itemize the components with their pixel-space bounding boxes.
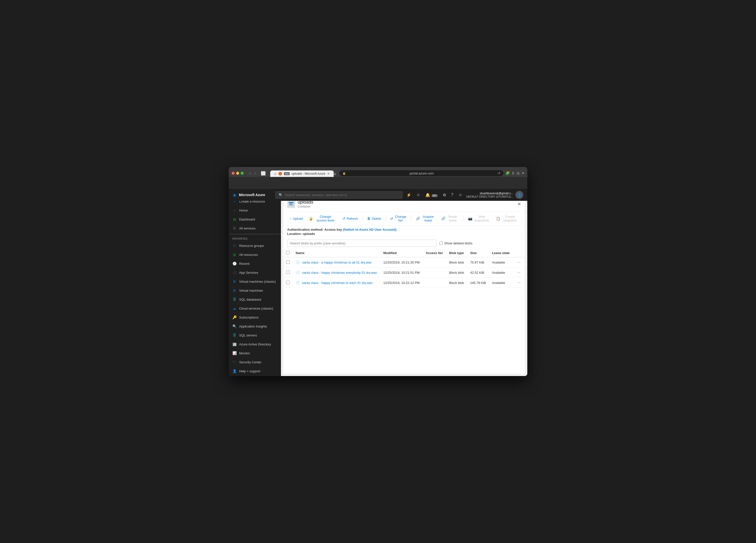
azure-search-bar[interactable]: 🔍 — [275, 191, 402, 199]
sidebar-item-all-resources[interactable]: ▦ All resources — [229, 250, 281, 259]
toolbar-separator-4 — [463, 216, 464, 221]
sidebar-item-application-insights[interactable]: 🔍 Application Insights — [229, 322, 281, 331]
panel-close-button[interactable]: ✕ — [517, 201, 521, 207]
sidebar-item-monitor[interactable]: 📊 Monitor — [229, 349, 281, 358]
upload-button[interactable]: ↑ Upload — [287, 215, 305, 222]
col-access-tier[interactable]: Access tier — [423, 249, 446, 257]
toolbar-separator-3 — [411, 216, 411, 221]
azure-ad-icon: 🏢 — [232, 342, 237, 346]
row-size-0: 75.97 KiB — [467, 257, 489, 268]
sidebar-item-label: Dashboard — [239, 217, 255, 221]
notification-count: 20+ — [432, 194, 438, 197]
break-lease-icon: 🔗 — [441, 217, 445, 220]
new-tab-button[interactable]: ⊞ — [517, 171, 520, 175]
change-tier-button[interactable]: ⇄ Change tier — [388, 214, 409, 223]
sidebar-item-home[interactable]: ⌂ Home — [229, 206, 281, 215]
back-button[interactable]: ‹ — [248, 170, 252, 176]
smiley-button[interactable]: ☺ — [457, 192, 463, 198]
delete-button[interactable]: 🗑 Delete — [365, 215, 384, 222]
blob-name-link-0[interactable]: santa claus - a happy christmas to all 0… — [302, 261, 372, 264]
azure-app-container: ◈ Microsoft Azure 🔍 ⚡ ☺ 🔔 20+ ⚙ ? ☺ — [229, 189, 527, 376]
col-lease-state[interactable]: Lease state — [489, 249, 513, 257]
extensions-button[interactable]: 🧩 — [505, 171, 510, 175]
row-checkbox-2[interactable] — [286, 281, 290, 284]
sidebar-toggle-button[interactable]: ⬜ — [259, 170, 267, 176]
add-tab-button[interactable]: + — [334, 172, 336, 177]
sidebar-item-label: Cloud services (classic) — [239, 307, 273, 310]
row-checkbox-1[interactable] — [286, 271, 290, 274]
break-lease-button[interactable]: 🔗 Break lease — [439, 214, 461, 223]
more-options-button-1[interactable]: ··· — [516, 270, 522, 275]
sidebar-item-subscriptions[interactable]: 🔑 Subscriptions — [229, 313, 281, 322]
address-bar[interactable]: 🔒 portal.azure.com ↺ — [339, 170, 504, 176]
show-deleted-checkbox[interactable] — [439, 242, 443, 245]
tab-close-button[interactable]: ✕ — [327, 172, 330, 175]
user-area[interactable]: stuartleaveruk@gmail.c... DEFAULT DIRECT… — [466, 191, 523, 199]
sidebar-item-dashboard[interactable]: ▦ Dashboard — [229, 215, 281, 224]
refresh-button[interactable]: ↺ — [497, 171, 500, 175]
sidebar-item-azure-ad[interactable]: 🏢 Azure Active Directory — [229, 340, 281, 349]
forward-button[interactable]: › — [253, 170, 257, 176]
col-actions — [513, 249, 525, 257]
col-size[interactable]: Size — [467, 249, 489, 257]
share-button[interactable]: ⬆ — [512, 171, 515, 175]
blob-name-link-1[interactable]: santa claus - happy christmas everybody … — [302, 271, 377, 274]
minimize-button[interactable] — [236, 172, 239, 175]
tab-extension-badge: abp — [284, 172, 290, 175]
col-modified[interactable]: Modified — [380, 249, 423, 257]
cloud-shell-button[interactable]: ⚡ — [405, 192, 412, 198]
sidebar-item-virtual-machines[interactable]: 🖥 Virtual machines — [229, 286, 281, 295]
azure-topbar: ◈ Microsoft Azure 🔍 ⚡ ☺ 🔔 20+ ⚙ ? ☺ — [229, 189, 527, 201]
upload-icon: ↑ — [290, 217, 291, 220]
row-size-2: 145.79 KiB — [467, 278, 489, 288]
sidebar-item-security-center[interactable]: 🛡 Security Center — [229, 358, 281, 367]
change-access-button[interactable]: 🔒 Change access level — [306, 214, 339, 223]
row-access-tier-1 — [423, 268, 446, 278]
sidebar-item-resource-groups[interactable]: ⬡ Resource groups — [229, 241, 281, 250]
sidebar-item-advisor[interactable]: ⭐ Advisor — [229, 376, 281, 376]
sidebar-item-label: Resource groups — [239, 244, 264, 248]
sidebar-item-app-services[interactable]: ⬡ App Services — [229, 268, 281, 277]
table-header: Name Modified Access tier Blob type Size… — [283, 249, 525, 257]
tab-bar: ⚠ 1 abp uploads - Microsoft Azure ✕ + — [269, 170, 337, 177]
view-snapshots-button[interactable]: 📷 View snapshots — [466, 214, 492, 223]
help-button[interactable]: ? — [450, 192, 454, 198]
sidebar-item-help-support[interactable]: 👤 Help + support — [229, 367, 281, 376]
select-all-checkbox[interactable] — [286, 251, 290, 254]
col-name[interactable]: Name — [293, 249, 380, 257]
sidebar-item-all-services[interactable]: ☰ All services — [229, 224, 281, 233]
row-checkbox-0[interactable] — [286, 260, 290, 264]
blob-search-input[interactable] — [287, 240, 436, 247]
sidebar-item-recent[interactable]: 🕐 Recent — [229, 259, 281, 268]
settings-button[interactable]: ⚙ — [442, 192, 447, 198]
file-icon: 📄 — [296, 281, 300, 285]
sidebar-item-sql-databases[interactable]: 🗄 SQL databases — [229, 295, 281, 304]
blob-name-link-2[interactable]: santa claus - happy christmas to each 01… — [302, 281, 373, 285]
maximize-button[interactable] — [241, 172, 244, 175]
active-tab[interactable]: ⚠ 1 abp uploads - Microsoft Azure ✕ — [270, 170, 334, 177]
search-input[interactable] — [285, 193, 399, 197]
user-avatar[interactable]: 👤 — [515, 191, 523, 199]
change-tier-icon: ⇄ — [390, 217, 393, 220]
refresh-button[interactable]: ↺ Refresh — [340, 215, 361, 222]
toolbar-separator-1 — [362, 216, 363, 221]
sidebar-item-vm-classic[interactable]: 🖥 Virtual machines (classic) — [229, 277, 281, 286]
new-window-button[interactable]: + — [522, 171, 524, 176]
close-button[interactable] — [232, 172, 235, 175]
more-options-button-2[interactable]: ··· — [516, 280, 522, 285]
acquire-lease-button[interactable]: 🔗 Acquire lease — [413, 214, 438, 223]
create-snapshot-button[interactable]: 📋 Create snapshot — [493, 214, 521, 223]
more-options-button-0[interactable]: ··· — [516, 260, 522, 265]
table-row: 📄 santa claus - happy christmas everybod… — [283, 268, 525, 278]
notifications-button[interactable]: 🔔 20+ — [424, 192, 439, 198]
col-blob-type[interactable]: Blob type — [446, 249, 467, 257]
sidebar-item-cloud-services[interactable]: ☁ Cloud services (classic) — [229, 304, 281, 313]
sidebar-item-label: Recent — [239, 262, 249, 266]
row-modified-2: 12/25/2019, 10:22:12 PM — [380, 278, 423, 288]
show-deleted-label[interactable]: Show deleted blobs — [439, 241, 472, 245]
sidebar-item-sql-servers[interactable]: 🗄 SQL servers — [229, 331, 281, 340]
create-snapshot-icon: 📋 — [496, 217, 500, 220]
auth-method-link[interactable]: (Switch to Azure AD User Account) — [343, 228, 396, 231]
feedback-button[interactable]: ☺ — [415, 192, 421, 198]
security-center-icon: 🛡 — [232, 360, 237, 364]
